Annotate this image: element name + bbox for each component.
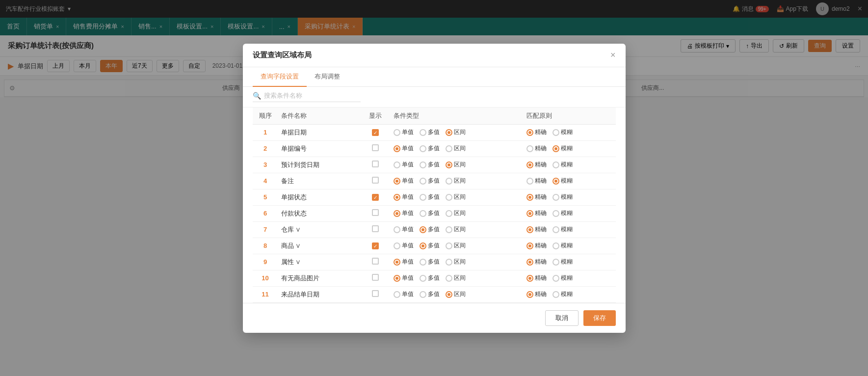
modal-tabs: 查询字段设置 布局调整 [243,67,626,87]
modal-tab-query[interactable]: 查询字段设置 [253,67,307,87]
search-icon: 🔍 [253,92,261,100]
modal-title: 设置查询区域布局 [253,51,312,60]
settings-modal: 设置查询区域布局 × 查询字段设置 布局调整 🔍 顺序 [243,44,626,102]
modal-header: 设置查询区域布局 × [243,44,626,67]
modal-close-button[interactable]: × [610,51,616,59]
search-input[interactable] [264,92,352,99]
modal-overlay: 设置查询区域布局 × 查询字段设置 布局调整 🔍 顺序 [0,0,868,101]
modal-tab-layout[interactable]: 布局调整 [307,67,348,87]
modal-search-area: 🔍 [243,87,626,102]
search-input-wrap: 🔍 [253,92,361,102]
